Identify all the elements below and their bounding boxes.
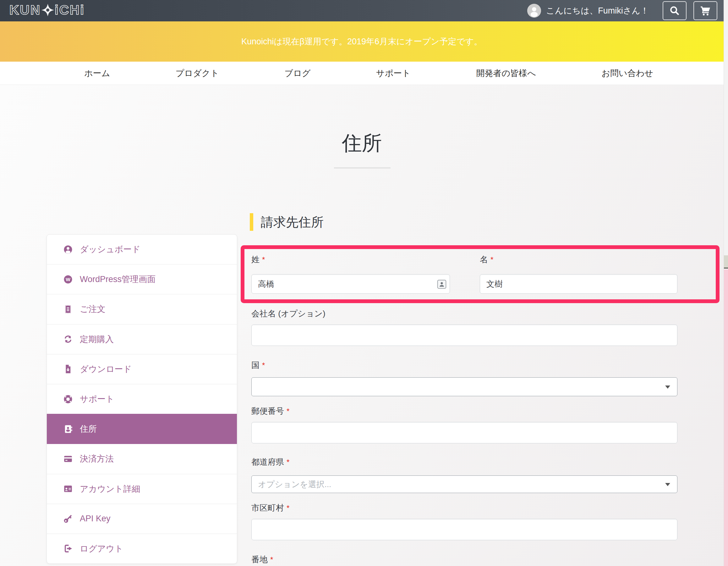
company-input[interactable] xyxy=(251,325,677,346)
page-title: 住所 xyxy=(0,129,724,157)
nav-item-developers[interactable]: 開発者の皆様へ xyxy=(476,68,536,79)
nav-item-products[interactable]: プロダクト xyxy=(176,68,219,79)
page: KUN iCHi こんにちは、Fumikiさん！ xyxy=(0,0,728,566)
logo-text-right: iCHi xyxy=(55,3,85,18)
account-sidebar: ダッシュボード W WordPress管理画面 ご注文 定期 xyxy=(47,234,237,564)
scrollbar[interactable] xyxy=(724,0,728,566)
sidebar-item-orders[interactable]: ご注文 xyxy=(47,294,237,324)
search-button[interactable] xyxy=(663,1,687,20)
chevron-down-icon xyxy=(665,386,670,389)
key-icon xyxy=(63,514,73,524)
sidebar-item-support[interactable]: サポート xyxy=(47,384,237,414)
first-name-label: 名* xyxy=(480,254,493,265)
sidebar-item-account-details[interactable]: アカウント詳細 xyxy=(47,474,237,504)
magnifier-icon xyxy=(669,5,680,16)
autofill-contact-icon[interactable] xyxy=(437,279,447,289)
prefecture-select[interactable]: オプションを選択... xyxy=(251,475,677,493)
address-book-icon xyxy=(63,424,73,434)
user-greeting: こんにちは、Fumikiさん！ xyxy=(546,5,649,16)
logo-text-left: KUN xyxy=(9,3,41,18)
sidebar-item-addresses[interactable]: 住所 xyxy=(47,414,237,444)
site-logo[interactable]: KUN iCHi xyxy=(9,3,85,18)
country-select[interactable] xyxy=(251,377,677,396)
prefecture-label: 都道府県* xyxy=(251,457,289,468)
nav-item-contact[interactable]: お問い合わせ xyxy=(601,68,653,79)
receipt-icon xyxy=(63,305,73,314)
sidebar-item-subscriptions[interactable]: 定期購入 xyxy=(47,324,237,354)
nav-item-blog[interactable]: ブログ xyxy=(285,68,311,79)
sidebar-item-logout[interactable]: ログアウト xyxy=(47,534,237,563)
billing-address-heading: 請求先住所 xyxy=(250,213,324,231)
scrollbar-track-pink xyxy=(724,269,728,566)
company-label: 会社名 (オプション) xyxy=(251,308,326,319)
top-header-bar: KUN iCHi こんにちは、Fumikiさん！ xyxy=(0,0,728,21)
nav-item-home[interactable]: ホーム xyxy=(84,68,110,79)
postcode-input[interactable] xyxy=(251,422,677,443)
sidebar-item-payment-methods[interactable]: 決済方法 xyxy=(47,444,237,474)
avatar-icon[interactable] xyxy=(527,4,541,18)
heading-accent-bar xyxy=(250,213,253,231)
title-underline xyxy=(334,167,391,168)
shopping-cart-icon xyxy=(700,5,711,16)
beta-notice-banner: Kunoichiは現在β運用です。2019年6月末にオープン予定です。 xyxy=(0,21,724,62)
id-card-icon xyxy=(63,484,73,494)
life-ring-icon xyxy=(63,394,73,404)
city-label: 市区町村* xyxy=(251,503,289,514)
address1-label: 番地* xyxy=(251,554,273,565)
file-download-icon xyxy=(63,364,73,374)
user-circle-icon xyxy=(63,244,73,254)
sidebar-item-dashboard[interactable]: ダッシュボード xyxy=(47,234,237,264)
svg-text:W: W xyxy=(66,277,70,282)
city-input[interactable] xyxy=(251,519,677,540)
chevron-down-icon xyxy=(665,483,670,486)
beta-notice-text: Kunoichiは現在β運用です。2019年6月末にオープン予定です。 xyxy=(241,36,482,47)
last-name-input[interactable] xyxy=(251,274,450,294)
postcode-label: 郵便番号* xyxy=(251,406,289,417)
cart-button[interactable] xyxy=(693,1,717,20)
nav-item-support[interactable]: サポート xyxy=(376,68,411,79)
first-name-input[interactable] xyxy=(480,274,677,294)
credit-card-icon xyxy=(63,454,73,464)
shuriken-icon xyxy=(41,4,54,16)
wordpress-icon: W xyxy=(63,274,73,284)
main-nav: ホーム プロダクト ブログ サポート 開発者の皆様へ お問い合わせ xyxy=(0,62,728,85)
sidebar-item-wordpress-admin[interactable]: W WordPress管理画面 xyxy=(47,264,237,294)
sidebar-item-downloads[interactable]: ダウンロード xyxy=(47,354,237,384)
sign-out-icon xyxy=(63,544,73,553)
country-label: 国* xyxy=(251,360,265,371)
scrollbar-thumb[interactable] xyxy=(724,255,728,268)
sidebar-item-api-key[interactable]: API Key xyxy=(47,504,237,534)
sync-icon xyxy=(63,334,73,344)
last-name-label: 姓* xyxy=(251,254,265,265)
